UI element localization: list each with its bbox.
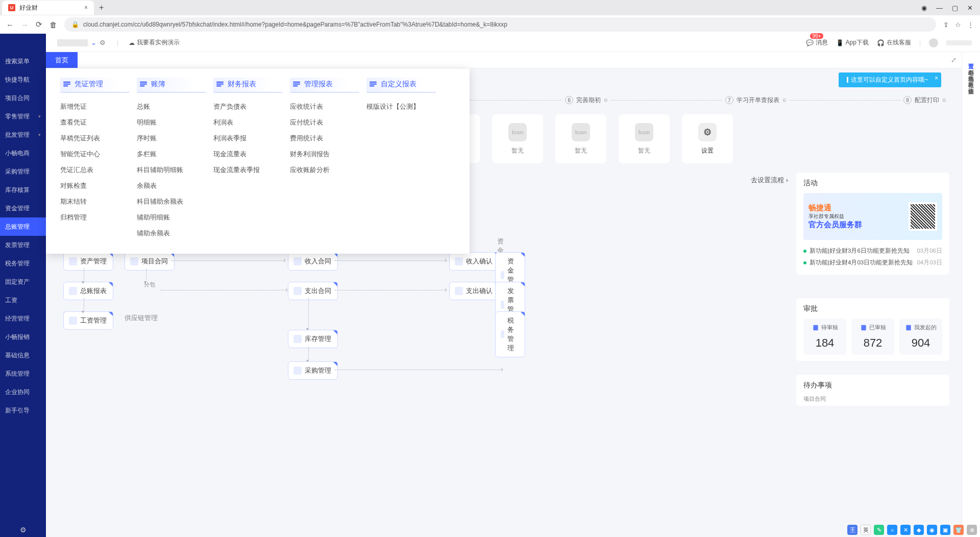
sidebar-item-11[interactable]: 税务管理 (0, 254, 46, 273)
minimize-icon[interactable]: — (936, 4, 943, 12)
mega-item[interactable]: 智能凭证中心 (60, 147, 130, 162)
tray-icon[interactable]: ◆ (914, 525, 924, 535)
node-expense-contract[interactable]: 支出合同 (288, 282, 338, 300)
tray-icon[interactable]: ✎ (874, 525, 884, 535)
play-icon[interactable]: ⊙ (782, 97, 787, 103)
mega-item[interactable]: 科目辅助明细账 (137, 162, 206, 178)
tray-icon[interactable]: ✕ (900, 525, 911, 535)
share-icon[interactable]: ⇪ (943, 21, 949, 29)
set-flow-link[interactable]: 去设置流程 (751, 176, 788, 185)
mega-item[interactable]: 余额表 (137, 178, 206, 194)
mega-header[interactable]: 自定义报表 (366, 78, 436, 93)
browser-tab[interactable]: U 好业财 × (2, 1, 94, 15)
mega-item[interactable]: 财务利润报告 (290, 147, 359, 162)
node-income-confirm[interactable]: 收入确认 (449, 252, 499, 271)
sidebar-item-2[interactable]: 项目合同 (0, 89, 46, 107)
ime-icon[interactable]: 英 (861, 525, 871, 535)
app-download-button[interactable]: 📱 App下载 (836, 38, 869, 47)
node-tax[interactable]: 税务管理 (495, 311, 525, 357)
more-icon[interactable]: ◉ (921, 4, 927, 12)
sidebar-item-7[interactable]: 库存核算 (0, 181, 46, 199)
sidebar-item-5[interactable]: 小畅电商 (0, 144, 46, 162)
sidebar-item-0[interactable]: 搜索菜单 (0, 52, 46, 70)
url-field[interactable]: 🔒 cloud.chanjet.com/cc/u6d89qwnryel/57bf… (64, 17, 936, 32)
sidebar-item-1[interactable]: 快捷导航 (0, 70, 46, 89)
close-window-icon[interactable]: ✕ (967, 4, 973, 12)
news-item[interactable]: 新功能|好业财4月03日功能更新抢先知04月03日 (803, 257, 942, 268)
shortcut-card[interactable]: Icon暂无 (619, 114, 670, 163)
approve-card-0[interactable]: 待审核184 (803, 319, 846, 355)
mega-item[interactable]: 科目辅助余额表 (137, 194, 206, 210)
settings-card[interactable]: ⚙设置 (682, 114, 733, 163)
star-icon[interactable]: ☆ (955, 21, 961, 29)
rail-item-0[interactable]: 首页设置 (967, 56, 975, 62)
tray-icon[interactable]: 王 (847, 525, 857, 535)
mega-item[interactable]: 新增凭证 (60, 99, 130, 115)
mega-item[interactable]: 资产负债表 (213, 99, 283, 115)
tray-icon[interactable]: ▣ (940, 525, 950, 535)
tray-icon[interactable]: ◉ (927, 525, 937, 535)
sidebar-item-10[interactable]: 发票管理 (0, 236, 46, 254)
mega-item[interactable]: 费用统计表 (290, 131, 359, 147)
rail-item-3[interactable]: 服务社区 (967, 75, 975, 81)
approve-card-1[interactable]: 已审核872 (851, 319, 894, 355)
gear-icon[interactable]: ⚙ (100, 39, 106, 46)
back-icon[interactable]: ← (6, 20, 14, 29)
mega-item[interactable]: 辅助余额表 (137, 226, 206, 241)
mega-item[interactable]: 现金流量表季报 (213, 162, 283, 178)
node-income-contract[interactable]: 收入合同 (288, 252, 338, 271)
tab-home[interactable]: 首页 (46, 52, 78, 68)
shortcut-card[interactable]: Icon暂无 (492, 114, 543, 163)
mega-item[interactable]: 多栏账 (137, 147, 206, 162)
mega-item[interactable]: 草稿凭证列表 (60, 131, 130, 147)
sidebar-item-13[interactable]: 工资 (0, 291, 46, 309)
step-label[interactable]: 配置打印 (915, 96, 939, 105)
tray-icon[interactable]: 👕 (953, 525, 964, 535)
sidebar-item-6[interactable]: 采购管理 (0, 162, 46, 181)
mega-item[interactable]: 应付统计表 (290, 115, 359, 131)
node-project-contract[interactable]: 项目合同 (125, 252, 175, 271)
expand-icon[interactable]: ⤢ (946, 52, 962, 68)
tray-icon[interactable]: ⊕ (967, 525, 977, 535)
close-icon[interactable]: × (84, 4, 88, 11)
step-label[interactable]: 完善期初 (576, 96, 601, 105)
sidebar-item-12[interactable]: 固定资产 (0, 273, 46, 291)
maximize-icon[interactable]: ▢ (952, 4, 958, 12)
node-expense-confirm[interactable]: 支出确认 (449, 282, 499, 300)
mega-item[interactable]: 查看凭证 (60, 115, 130, 131)
mega-header[interactable]: 管理报表 (290, 78, 359, 93)
new-tab-button[interactable]: + (95, 3, 108, 12)
mega-item[interactable]: 对账检查 (60, 178, 130, 194)
sidebar-item-19[interactable]: 新手引导 (0, 401, 46, 420)
sidebar-item-3[interactable]: 零售管理▾ (0, 107, 46, 126)
mega-header[interactable]: 凭证管理 (60, 78, 130, 93)
sidebar-item-4[interactable]: 批发管理▾ (0, 126, 46, 144)
mega-item[interactable]: 归档管理 (60, 210, 130, 226)
node-purchase[interactable]: 采购管理 (288, 361, 338, 380)
sidebar-item-15[interactable]: 小畅报销 (0, 328, 46, 346)
node-asset[interactable]: 资产管理 (63, 252, 113, 271)
promo-banner[interactable]: 畅捷通 享社群专属权益 官方会员服务群 (803, 193, 942, 240)
menu-icon[interactable]: ⋮ (967, 21, 974, 29)
close-icon[interactable]: × (935, 75, 938, 82)
step-label[interactable]: 学习开单查报表 (737, 96, 779, 105)
approve-card-2[interactable]: 我发起的904 (899, 319, 942, 355)
mega-item[interactable]: 利润表 (213, 115, 283, 131)
sidebar-item-9[interactable]: 总账管理 (0, 217, 46, 236)
node-stock[interactable]: 库存管理 (288, 330, 338, 348)
mega-item[interactable]: 模版设计【公测】 (366, 99, 436, 115)
sidebar-item-14[interactable]: 经营管理 (0, 309, 46, 328)
mega-item[interactable]: 应收统计表 (290, 99, 359, 115)
mega-item[interactable]: 序时账 (137, 131, 206, 147)
messages-button[interactable]: 💬 消息 99+ (806, 38, 828, 47)
mega-header[interactable]: 财务报表 (213, 78, 283, 93)
forward-icon[interactable]: → (21, 20, 29, 29)
mega-item[interactable]: 总账 (137, 99, 206, 115)
mega-header[interactable]: 账簿 (137, 78, 206, 93)
tray-icon[interactable]: ⟐ (887, 525, 897, 535)
mega-item[interactable]: 利润表季报 (213, 131, 283, 147)
play-icon[interactable]: ⊙ (604, 97, 608, 103)
settings-icon[interactable]: ⚙ (0, 526, 46, 534)
rail-item-2[interactable]: 客服热线 (967, 68, 975, 75)
demo-link[interactable]: ☁ 我要看实例演示 (129, 38, 180, 47)
